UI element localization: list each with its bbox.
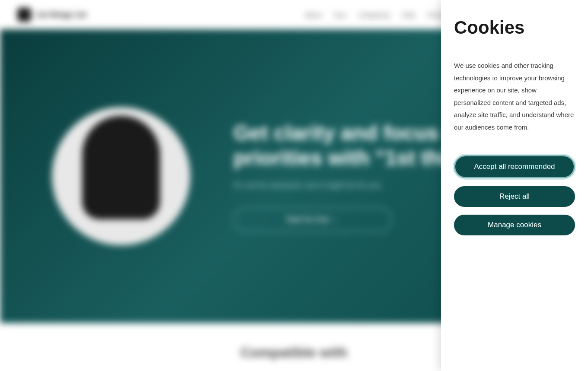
logo-text: 1st things 1st xyxy=(36,10,86,19)
nav-about[interactable]: About xyxy=(305,11,322,19)
nav-faq[interactable]: FAQ xyxy=(402,11,415,19)
cookie-panel-title: Cookies xyxy=(454,17,575,38)
start-free-button[interactable]: Start for free → xyxy=(233,207,392,232)
reject-cookies-button[interactable]: Reject all xyxy=(454,186,575,207)
cookie-panel-description: We use cookies and other tracking techno… xyxy=(454,60,575,133)
nav-created-by[interactable]: Created by xyxy=(358,11,390,19)
person-illustration-icon xyxy=(52,107,190,245)
nav-tour[interactable]: Tour xyxy=(334,11,346,19)
hero-illustration-container xyxy=(35,107,208,245)
logo-icon xyxy=(17,8,31,22)
cookie-consent-panel: Cookies We use cookies and other trackin… xyxy=(441,0,588,371)
cookie-button-group: Accept all recommended Reject all Manage… xyxy=(454,155,575,235)
accept-cookies-button[interactable]: Accept all recommended xyxy=(454,155,575,178)
manage-cookies-button[interactable]: Manage cookies xyxy=(454,215,575,235)
logo-section[interactable]: 1st things 1st xyxy=(17,8,86,22)
